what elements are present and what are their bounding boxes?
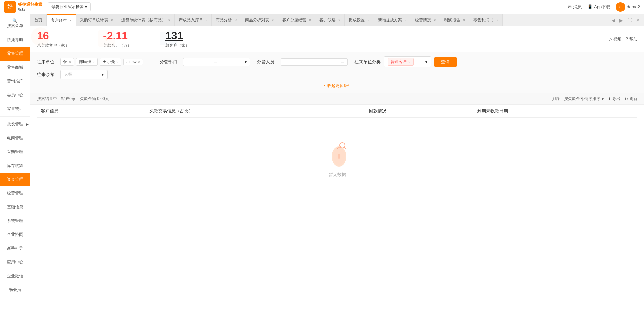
export-btn[interactable]: ⬆ 导出 [608,96,620,102]
remaining-chevron-icon: ▾ [102,72,104,77]
app-download-btn[interactable]: 📱 App下载 [587,4,610,10]
tab-operations[interactable]: 经营情况 × [411,14,440,26]
sidebar: 🔍 搜索菜单 快捷导航 零售管理 零售商城 营销推广 会员中心 零售统计 批发管… [0,14,30,325]
tab-purchase-orders[interactable]: 采购订单统计表 × [76,14,117,26]
refresh-btn[interactable]: ↻ 刷新 [625,96,637,102]
sidebar-item-finance-mgmt[interactable]: 资金管理 [0,173,30,186]
video-help-btn[interactable]: ▷ 视频 [609,36,621,42]
content-area: 首页 客户账本 × 采购订单统计表 × 进货单统计表（按商品） × 产成品入库单… [30,14,644,325]
remaining-selector[interactable]: 选择... ▾ [60,70,108,79]
remove-tag-wangxiaoliang[interactable]: × [116,60,118,64]
tab-close-retail-profit[interactable]: × [496,18,498,22]
sidebar-item-retail-stats[interactable]: 零售统计 [0,102,30,116]
tab-goods-analysis-list[interactable]: 商品分析列表 × [241,14,278,26]
refresh-icon: ↻ [625,97,628,101]
empty-text: 暂无数据 [329,172,346,178]
empty-illustration [320,138,354,172]
sidebar-item-marketing[interactable]: 营销推广 [0,74,30,88]
query-button[interactable]: 查询 [434,57,457,67]
manager-filter-label: 分管人员 [257,59,277,65]
remove-unit-category-tag[interactable]: × [408,60,410,64]
page-content: ¥ 16 总欠款客户（家） ✦ -2.11 欠款合计（万） [30,26,644,325]
tab-customer-contact[interactable]: 客户联络 × [315,14,345,26]
sidebar-item-wholesale-mgmt[interactable]: 批发管理 [0,117,30,131]
table-container: 客户信息 欠款交易信息（占比） 回款情况 到期未收款日期 [30,105,644,198]
unit-category-selector[interactable]: 普通客户 × ▾ [384,56,431,67]
tab-scroll-left[interactable]: ◀ [610,17,617,24]
col-overdue-date: 到期未收款日期 [473,105,637,118]
tab-close-customer-segment[interactable]: × [309,18,311,22]
tab-close-goods-analysis[interactable]: × [234,18,237,22]
tab-bar-actions: ◀ ▶ ⛶ ✕ [608,17,644,24]
results-right: 排序：按欠款金额倒序排序 ▾ ⬆ 导出 ↻ 刷新 [552,96,637,102]
message-btn[interactable]: ✉ 消息 [568,4,582,10]
sidebar-item-operations-mgmt[interactable]: 经营管理 [0,186,30,200]
tab-customer-capital[interactable]: 客户账本 × [47,14,76,26]
tab-expand-icon[interactable]: ⛶ [626,17,633,24]
stat1-value: 16 [37,30,69,42]
play-icon: ▷ [609,37,612,41]
tab-profit-report[interactable]: 利润报告 × [440,14,469,26]
remove-tag-cjttcw[interactable]: × [138,60,140,64]
sidebar-item-search-menu[interactable]: 🔍 搜索菜单 [0,14,30,33]
remove-tag-wu[interactable]: × [69,60,71,64]
filter-tag-chenminqiang: 陈民强 × [76,58,97,66]
sidebar-divider [0,116,30,117]
tab-close-goods-analysis-list[interactable]: × [272,18,274,22]
sidebar-item-purchase-mgmt[interactable]: 采购管理 [0,145,30,159]
tab-close-new-promotion-plan[interactable]: × [405,18,407,22]
stats-bar: ¥ 16 总欠款客户（家） ✦ -2.11 欠款合计（万） [30,26,644,52]
empty-state: 暂无数据 [37,118,637,198]
sidebar-item-retail-mgmt[interactable]: 零售管理 [0,47,30,61]
sidebar-item-new-guide[interactable]: 新手引导 [0,242,30,255]
tab-promotion-settings[interactable]: 提成设置 × [345,14,374,26]
col-customer-info: 客户信息 [37,105,145,118]
tab-close-customer-contact[interactable]: × [338,18,340,22]
collapse-filter-btn[interactable]: ∧ 收起更多条件 [321,82,353,90]
tab-customer-segment[interactable]: 客户分层经营 × [278,14,315,26]
tab-home[interactable]: 首页 [30,14,47,26]
sidebar-item-system-mgmt[interactable]: 系统管理 [0,214,30,228]
avatar: d [616,2,625,12]
sidebar-item-app-center[interactable]: 应用中心 [0,255,30,269]
sidebar-item-member-center[interactable]: 会员中心 [0,88,30,102]
data-table: 客户信息 欠款交易信息（占比） 回款情况 到期未收款日期 [37,105,637,198]
tab-close-inbound-stats[interactable]: × [168,18,170,22]
tab-scroll-right[interactable]: ▶ [618,17,625,24]
sidebar-item-ecommerce-mgmt[interactable]: 电商管理 [0,131,30,145]
tab-cost-inbound[interactable]: 产成品入库单 × [175,14,212,26]
stat1-label: 总欠款客户（家） [37,43,69,48]
filter-tag-cjttcw: cjttcw × [123,59,143,65]
help-btn[interactable]: ? 帮助 [626,36,637,42]
dept-selector[interactable]: ··· ▾ [183,58,250,66]
manager-selector[interactable]: ··· [281,58,348,66]
filter-more-tags[interactable]: ··· [145,59,149,65]
tab-goods-analysis[interactable]: 商品分析 × [212,14,241,26]
sidebar-item-corp-collab[interactable]: 企业协同 [0,228,30,242]
tab-close-customer-capital[interactable]: × [70,19,72,22]
remaining-filter-label: 往来余额 [37,72,57,78]
store-selector[interactable]: 母婴行业演示帐套 ▾ [48,2,91,11]
tab-close-cost-inbound[interactable]: × [206,18,208,22]
user-avatar[interactable]: d demo2 [616,2,640,12]
tab-inbound-stats[interactable]: 进货单统计表（按商品） × [117,14,175,26]
tab-close-all-icon[interactable]: ✕ [635,17,641,24]
tab-close-promotion-settings[interactable]: × [368,18,370,22]
tab-new-promotion-plan[interactable]: 新增提成方案 × [374,14,411,26]
unit-category-filter-label: 往来单位分类 [354,59,381,65]
unit-filter-label: 往来单位 [37,59,57,65]
sidebar-item-basic-info[interactable]: 基础信息 [0,200,30,214]
sidebar-item-vip-member[interactable]: 畅会员 [0,283,30,297]
tab-close-profit-report[interactable]: × [463,18,465,22]
tab-close-purchase-orders[interactable]: × [111,18,113,22]
sidebar-item-inventory[interactable]: 库存核算 [0,159,30,173]
sidebar-item-retail-store[interactable]: 零售商城 [0,61,30,74]
tab-retail-profit[interactable]: 零售利润（ × [469,14,503,26]
remove-tag-chenminqiang[interactable]: × [92,60,94,64]
tab-close-operations[interactable]: × [434,18,436,22]
help-icon: ? [626,37,628,41]
sidebar-item-corp-wechat[interactable]: 企业微信 [0,269,30,283]
sort-selector[interactable]: 排序：按欠款金额倒序排序 ▾ [552,96,604,102]
sidebar-item-quick-nav[interactable]: 快捷导航 [0,33,30,47]
logo-area: 好 畅捷通好生意 标版 [4,1,42,13]
